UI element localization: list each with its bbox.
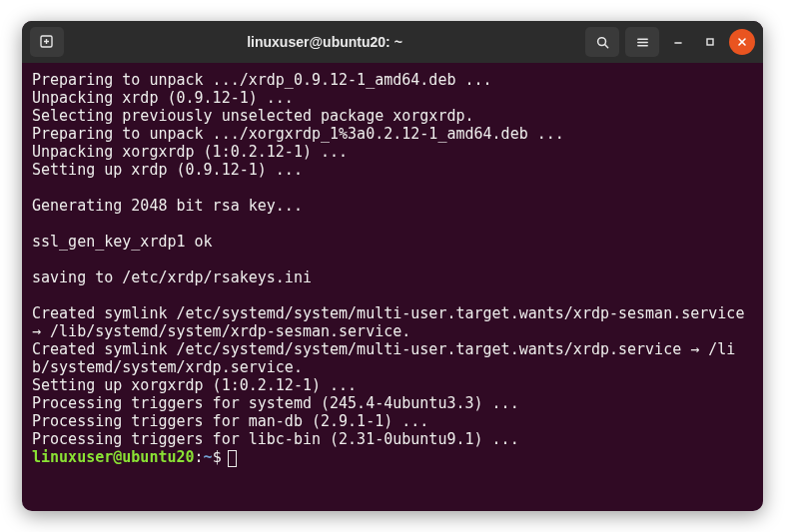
search-button[interactable] [585,27,619,57]
close-icon [736,36,748,48]
minimize-button[interactable] [665,29,691,55]
search-icon [595,35,610,50]
svg-rect-9 [707,39,713,45]
menu-button[interactable] [625,27,659,57]
prompt-user: linuxuser@ubuntu20 [32,448,195,466]
terminal-window: linuxuser@ubuntu20: ~ [22,21,763,511]
output-line: Created symlink /etc/systemd/system/mult… [32,304,753,340]
output-line [32,286,753,304]
output-line: Preparing to unpack .../xorgxrdp_1%3a0.2… [32,125,753,143]
cursor [228,450,237,467]
titlebar: linuxuser@ubuntu20: ~ [22,21,763,63]
output-line: Processing triggers for libc-bin (2.31-0… [32,430,753,448]
output-line: Selecting previously unselected package … [32,107,753,125]
titlebar-right-controls [585,27,755,57]
window-title: linuxuser@ubuntu20: ~ [72,34,577,50]
new-tab-button[interactable] [30,27,64,57]
output-line: Unpacking xorgxrdp (1:0.2.12-1) ... [32,143,753,161]
prompt-dollar: $ [213,448,222,466]
prompt-colon: : [195,448,204,466]
output-line: saving to /etc/xrdp/rsakeys.ini [32,268,753,286]
output-line: Created symlink /etc/systemd/system/mult… [32,340,753,376]
terminal-output: Preparing to unpack .../xrdp_0.9.12-1_am… [32,71,753,448]
new-tab-icon [39,34,55,50]
close-button[interactable] [729,29,755,55]
output-line: Processing triggers for man-db (2.9.1-1)… [32,412,753,430]
output-line: Unpacking xrdp (0.9.12-1) ... [32,89,753,107]
minimize-icon [672,36,684,48]
output-line: Preparing to unpack .../xrdp_0.9.12-1_am… [32,71,753,89]
maximize-icon [704,36,716,48]
maximize-button[interactable] [697,29,723,55]
output-line [32,179,753,197]
output-line: Setting up xrdp (0.9.12-1) ... [32,161,753,179]
output-line: Setting up xorgxrdp (1:0.2.12-1) ... [32,376,753,394]
output-line: Generating 2048 bit rsa key... [32,197,753,215]
svg-line-4 [604,44,607,47]
output-line [32,215,753,233]
hamburger-icon [635,35,650,50]
prompt-line: linuxuser@ubuntu20:~$ [32,448,753,466]
prompt-path: ~ [204,448,213,466]
output-line [32,251,753,268]
output-line: ssl_gen_key_xrdp1 ok [32,233,753,251]
terminal-body[interactable]: Preparing to unpack .../xrdp_0.9.12-1_am… [22,63,763,511]
output-line: Processing triggers for systemd (245.4-4… [32,394,753,412]
